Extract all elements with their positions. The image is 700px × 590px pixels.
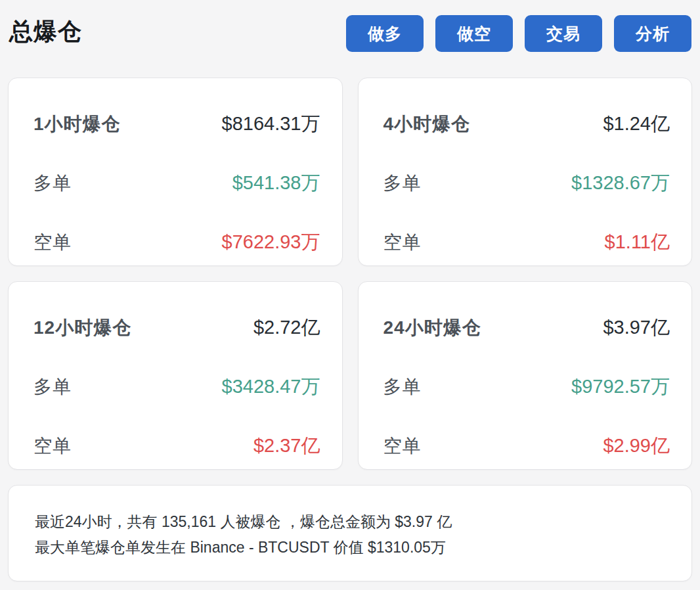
analyze-button[interactable]: 分析 bbox=[614, 15, 691, 52]
long-label: 多单 bbox=[383, 171, 422, 196]
summary-card: 最近24小时，共有 135,161 人被爆仓 ，爆仓总金额为 $3.97 亿 最… bbox=[8, 485, 692, 581]
short-label: 空单 bbox=[383, 230, 422, 255]
long-value: $3428.47万 bbox=[222, 374, 320, 400]
liquidation-card-24h: 24小时爆仓 $3.97亿 多单 $9792.57万 空单 $2.99亿 bbox=[358, 281, 693, 470]
liquidation-cards-grid: 1小时爆仓 $8164.31万 多单 $541.38万 空单 $7622.93万… bbox=[0, 78, 700, 470]
card-long-row: 多单 $1328.67万 bbox=[383, 170, 670, 196]
card-total-row: 1小时爆仓 $8164.31万 bbox=[33, 111, 320, 137]
card-short-row: 空单 $7622.93万 bbox=[33, 229, 320, 256]
card-long-row: 多单 $9792.57万 bbox=[383, 374, 670, 400]
short-label: 空单 bbox=[383, 434, 422, 459]
summary-line-2: 最大单笔爆仓单发生在 Binance - BTCUSDT 价值 $1310.05… bbox=[35, 535, 673, 560]
toolbar: 做多 做空 交易 分析 bbox=[346, 15, 691, 52]
short-value: $1.11亿 bbox=[605, 229, 670, 256]
card-period-label: 12小时爆仓 bbox=[33, 315, 131, 340]
short-label: 空单 bbox=[33, 230, 72, 255]
long-label: 多单 bbox=[383, 374, 422, 399]
trade-button[interactable]: 交易 bbox=[525, 15, 602, 52]
card-total-value: $8164.31万 bbox=[222, 111, 320, 137]
card-total-value: $1.24亿 bbox=[603, 111, 670, 137]
long-label: 多单 bbox=[33, 374, 72, 399]
liquidation-card-1h: 1小时爆仓 $8164.31万 多单 $541.38万 空单 $7622.93万 bbox=[8, 78, 343, 266]
liquidation-card-4h: 4小时爆仓 $1.24亿 多单 $1328.67万 空单 $1.11亿 bbox=[358, 78, 693, 266]
short-value: $2.37亿 bbox=[253, 433, 320, 459]
card-period-label: 24小时爆仓 bbox=[383, 315, 481, 340]
header: 总爆仓 做多 做空 交易 分析 bbox=[0, 0, 700, 78]
card-period-label: 4小时爆仓 bbox=[383, 112, 471, 137]
long-label: 多单 bbox=[33, 171, 72, 196]
liquidation-card-12h: 12小时爆仓 $2.72亿 多单 $3428.47万 空单 $2.37亿 bbox=[8, 281, 343, 470]
card-period-label: 1小时爆仓 bbox=[33, 112, 121, 137]
page-title: 总爆仓 bbox=[9, 16, 82, 48]
card-total-row: 24小时爆仓 $3.97亿 bbox=[383, 315, 670, 341]
card-short-row: 空单 $2.99亿 bbox=[383, 433, 670, 459]
short-label: 空单 bbox=[33, 434, 72, 459]
short-value: $2.99亿 bbox=[603, 433, 670, 459]
card-total-row: 4小时爆仓 $1.24亿 bbox=[383, 111, 670, 137]
long-value: $541.38万 bbox=[232, 170, 320, 196]
card-total-value: $3.97亿 bbox=[603, 315, 670, 341]
long-value: $9792.57万 bbox=[571, 374, 670, 400]
long-value: $1328.67万 bbox=[571, 170, 670, 196]
card-short-row: 空单 $2.37亿 bbox=[33, 433, 320, 459]
card-short-row: 空单 $1.11亿 bbox=[383, 229, 670, 256]
card-long-row: 多单 $3428.47万 bbox=[33, 374, 320, 400]
long-button[interactable]: 做多 bbox=[346, 15, 424, 52]
card-total-value: $2.72亿 bbox=[253, 315, 320, 341]
card-total-row: 12小时爆仓 $2.72亿 bbox=[33, 315, 320, 341]
card-long-row: 多单 $541.38万 bbox=[33, 170, 320, 196]
short-button[interactable]: 做空 bbox=[435, 15, 513, 52]
short-value: $7622.93万 bbox=[222, 229, 320, 256]
summary-line-1: 最近24小时，共有 135,161 人被爆仓 ，爆仓总金额为 $3.97 亿 bbox=[35, 509, 673, 535]
